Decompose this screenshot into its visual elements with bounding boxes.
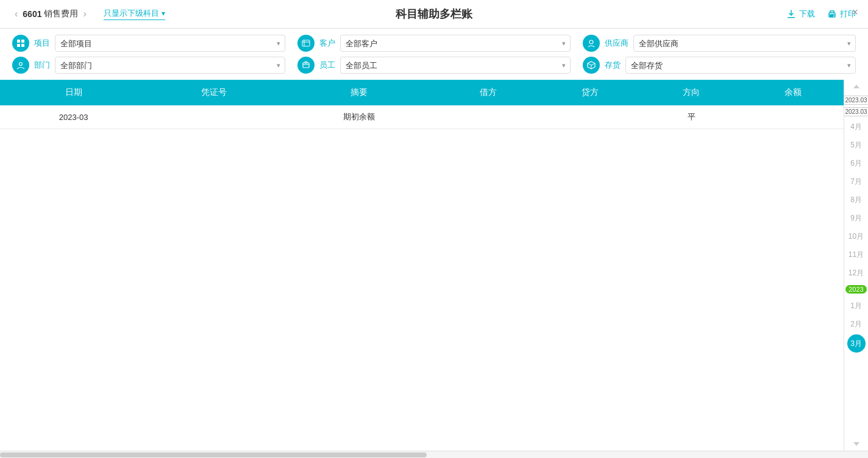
timeline-month-3-active[interactable]: 3月 [847,334,866,353]
timeline-month-10[interactable]: 10月 [844,227,868,245]
supplier-icon [583,35,600,52]
svg-rect-0 [788,17,795,18]
inventory-select[interactable]: 全部存货 [625,57,856,74]
inventory-label: 存货 [605,60,621,71]
timeline-month-11[interactable]: 11月 [844,245,868,264]
svg-rect-2 [830,15,834,15]
employee-select-wrapper[interactable]: 全部员工 [340,57,571,74]
timeline-month-4[interactable]: 4月 [844,118,868,136]
timeline-month-5[interactable]: 5月 [844,136,868,154]
cell-voucher [147,105,280,129]
timeline-sidebar: 2023.03 2023.03 4月 5月 6月 7月 8月 9月 10月 11… [844,80,868,451]
timeline-month-9[interactable]: 9月 [844,209,868,227]
employee-select[interactable]: 全部员工 [340,57,571,74]
customer-select-wrapper[interactable]: 全部客户 [340,35,571,52]
filter-project: 项目 全部项目 [12,35,285,52]
modal-container: × ‹ 6601 销售费用 › 只显示下级科目 ▾ 科目辅助多栏账 下载 [0,0,868,458]
download-label: 下载 [799,9,815,19]
timeline-items: 2023.03 2023.03 4月 5月 6月 7月 8月 9月 10月 11… [844,94,868,436]
col-direction: 方向 [641,80,742,105]
customer-select[interactable]: 全部客户 [340,35,571,52]
filter-department: 部门 全部部门 [12,57,285,74]
svg-rect-4 [17,40,20,43]
horizontal-scrollbar[interactable] [0,451,868,458]
department-icon [12,57,29,74]
department-label: 部门 [34,60,50,71]
svg-rect-5 [21,40,24,43]
nav-code: 6601 [23,9,41,19]
show-sub-button[interactable]: 只显示下级科目 ▾ [104,8,165,20]
close-button[interactable]: × [852,6,858,19]
page-title: 科目辅助多栏账 [396,7,472,21]
ledger-table: 日期 凭证号 摘要 借方 贷方 方向 余额 2023-03 期初余额 [0,80,844,129]
project-select-wrapper[interactable]: 全部项目 [55,35,285,52]
show-sub-label: 只显示下级科目 [104,8,159,19]
customer-label: 客户 [319,38,335,49]
supplier-select[interactable]: 全部供应商 [633,35,856,52]
header: ‹ 6601 销售费用 › 只显示下级科目 ▾ 科目辅助多栏账 下载 [0,0,868,29]
nav-name: 销售费用 [44,9,78,19]
timeline-year-2023[interactable]: 2023 [845,285,866,294]
timeline-up-arrow[interactable] [844,80,868,94]
download-button[interactable]: 下载 [786,9,815,19]
timeline-period-1[interactable]: 2023.03 [844,96,868,105]
supplier-label: 供应商 [605,38,628,49]
filter-supplier: 供应商 全部供应商 [583,35,856,52]
nav-next-arrow[interactable]: › [80,7,88,21]
svg-rect-8 [302,40,310,46]
col-summary: 摘要 [281,80,438,105]
supplier-select-wrapper[interactable]: 全部供应商 [633,35,856,52]
header-actions: 下载 打印 [786,9,856,19]
table-row: 2023-03 期初余额 平 [0,105,844,129]
nav-prev-arrow[interactable]: ‹ [12,7,20,21]
cell-summary: 期初余额 [281,105,438,129]
col-debit: 借方 [438,80,539,105]
svg-rect-7 [21,44,24,47]
nav-area: ‹ 6601 销售费用 › 只显示下级科目 ▾ [12,7,165,21]
col-balance: 余额 [742,80,844,105]
employee-icon [297,57,315,74]
svg-rect-3 [830,16,833,16]
timeline-month-12[interactable]: 12月 [844,264,868,282]
col-voucher: 凭证号 [147,80,280,105]
inventory-icon [583,57,600,74]
timeline-month-8[interactable]: 8月 [844,191,868,209]
cell-credit [539,105,641,129]
timeline-period-2[interactable]: 2023.03 [844,107,868,116]
download-icon [786,9,796,19]
timeline-month-7[interactable]: 7月 [844,172,868,191]
timeline-down-arrow[interactable] [844,436,868,451]
filters-area: 项目 全部项目 客户 全部客户 [0,29,868,80]
timeline-month-6[interactable]: 6月 [844,154,868,172]
scrollbar-thumb[interactable] [0,453,427,457]
cell-balance [742,105,844,129]
print-icon [827,9,837,19]
inventory-select-wrapper[interactable]: 全部存货 [625,57,856,74]
department-select-wrapper[interactable]: 全部部门 [55,57,285,74]
employee-label: 员工 [319,60,335,71]
filter-customer: 客户 全部客户 [297,35,571,52]
col-credit: 贷方 [539,80,641,105]
customer-icon [297,35,315,52]
project-select[interactable]: 全部项目 [55,35,285,52]
filter-employee: 员工 全部员工 [297,57,571,74]
table-wrapper: 日期 凭证号 摘要 借方 贷方 方向 余额 2023-03 期初余额 [0,80,844,451]
svg-rect-6 [17,44,20,47]
chevron-down-icon: ▾ [162,9,165,18]
svg-point-9 [589,40,593,44]
svg-point-10 [20,63,23,66]
col-date: 日期 [0,80,147,105]
cell-direction: 平 [641,105,742,129]
cell-debit [438,105,539,129]
cell-date: 2023-03 [0,105,147,129]
project-icon [12,35,29,52]
department-select[interactable]: 全部部门 [55,57,285,74]
filter-inventory: 存货 全部存货 [583,57,856,74]
project-label: 项目 [34,38,50,49]
timeline-month-1[interactable]: 1月 [844,297,868,315]
timeline-month-2[interactable]: 2月 [844,315,868,333]
